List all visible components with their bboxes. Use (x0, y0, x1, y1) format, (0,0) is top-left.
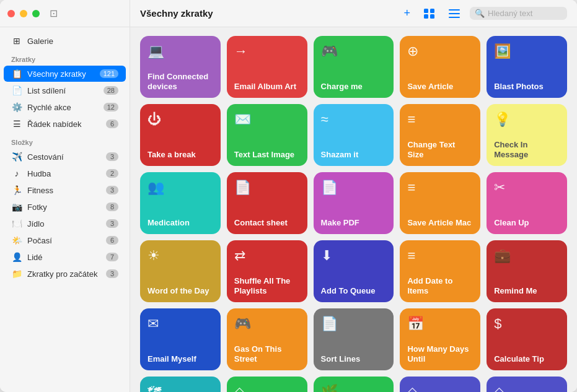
card-icon: ◇ (234, 384, 300, 392)
card-icon: ✉ (148, 316, 213, 332)
people-icon: 👤 (11, 252, 22, 262)
sidebar-people-label: Lidé (27, 253, 101, 262)
shortcut-card[interactable]: ⬇ Add To Queue (314, 240, 394, 302)
sidebar-photos-label: Fotky (27, 203, 101, 212)
card-icon: ◇ (407, 384, 473, 392)
card-icon: $ (494, 316, 560, 332)
minimize-button[interactable] (20, 10, 27, 17)
sidebar-item-starter[interactable]: 📁 Zkratky pro začátek 3 (4, 266, 126, 282)
quick-actions-badge: 12 (104, 103, 118, 111)
shortcut-card[interactable]: 🌿 Location to Mother (314, 377, 394, 392)
card-label: Charge me (321, 82, 387, 92)
sidebar: ⊡ ⊞ Galerie Zkratky 📋 Všechny zkratky 12… (0, 0, 130, 392)
starter-icon: 📁 (11, 269, 22, 279)
shortcut-card[interactable]: 💼 Remind Me (487, 240, 567, 302)
shortcut-card[interactable]: ≡ Add Date to Items (400, 240, 480, 302)
shortcut-card[interactable]: → Email Album Art (227, 36, 307, 98)
card-label: Medication (148, 218, 213, 228)
card-label: Take a break (148, 150, 213, 160)
card-icon: ✂ (494, 180, 560, 196)
shortcut-card[interactable]: ◇ Infinite Loop (400, 377, 480, 392)
sidebar-gallery-label: Galerie (27, 37, 118, 46)
shortcut-card[interactable]: ◇ Screenshots (227, 377, 307, 392)
sidebar-item-people[interactable]: 👤 Lidé 7 (4, 249, 126, 265)
sidebar-travel-label: Cestování (27, 152, 101, 162)
add-button[interactable]: + (400, 6, 414, 21)
shortcut-card[interactable]: ≡ Save Article Mac (400, 172, 480, 234)
search-input[interactable] (488, 9, 562, 18)
fitness-badge: 3 (106, 186, 118, 194)
card-label: Text Last Image (234, 150, 300, 160)
shortcut-card[interactable]: 🎮 Charge me (314, 36, 394, 98)
card-icon: 🎮 (321, 43, 387, 59)
sidebar-item-share-list[interactable]: 📄 List sdílení 28 (4, 82, 126, 98)
sidebar-item-travel[interactable]: ✈️ Cestování 3 (4, 149, 126, 165)
card-label: How Many Days Until (407, 344, 473, 365)
list-view-button[interactable] (445, 7, 464, 20)
shortcut-card[interactable]: 📅 How Many Days Until (400, 308, 480, 370)
card-label: Change Text Size (407, 140, 473, 160)
menu-bar-badge: 6 (106, 120, 118, 128)
card-icon: 🗺 (148, 384, 213, 392)
search-box[interactable]: 🔍 (470, 7, 567, 20)
shortcut-card[interactable]: ⇄ Shuffle All The Playlists (227, 240, 307, 302)
shortcut-card[interactable]: ✉ Email Myself (140, 308, 221, 370)
sidebar-item-all-shortcuts[interactable]: 📋 Všechny zkratky 121 (4, 66, 126, 82)
sidebar-item-music[interactable]: ♪ Hudba 2 (4, 165, 126, 181)
card-label: Check In Message (494, 140, 560, 160)
card-icon: ⇄ (234, 248, 300, 264)
titlebar: ⊡ (0, 0, 130, 27)
people-badge: 7 (106, 253, 118, 261)
sidebar-item-food[interactable]: 🍽️ Jídlo 3 (4, 216, 126, 232)
sidebar-music-label: Hudba (27, 169, 101, 178)
shortcut-card[interactable]: ✉️ Text Last Image (227, 104, 307, 166)
shortcut-card[interactable]: ✂ Clean Up (487, 172, 567, 234)
share-list-icon: 📄 (11, 85, 22, 95)
card-icon: 📅 (407, 316, 473, 332)
shortcut-card[interactable]: ⊕ Save Article (400, 36, 480, 98)
all-shortcuts-icon: 📋 (11, 69, 22, 79)
maximize-button[interactable] (32, 10, 40, 17)
shortcut-card[interactable]: ◇ Content Graph (487, 377, 567, 392)
card-icon: 💼 (494, 248, 560, 264)
sidebar-item-quick-actions[interactable]: ⚙️ Rychlé akce 12 (4, 99, 126, 115)
card-icon: 🌿 (321, 384, 387, 392)
sidebar-item-fitness[interactable]: 🏃 Fitness 3 (4, 182, 126, 198)
shortcut-card[interactable]: 📄 Sort Lines (314, 308, 394, 370)
card-icon: 💡 (494, 111, 560, 128)
grid-view-button[interactable] (420, 7, 439, 20)
close-button[interactable] (7, 10, 15, 17)
card-label: Save Article (407, 82, 473, 92)
shortcut-card[interactable]: 🗺 Place To Eat (140, 377, 221, 392)
shortcut-card[interactable]: $ Calculate Tip (487, 308, 567, 370)
card-label: Find Connected devices (148, 72, 213, 92)
shortcut-card[interactable]: 🎮 Gas On This Street (227, 308, 307, 370)
svg-rect-1 (430, 9, 434, 13)
music-badge: 2 (106, 169, 118, 178)
weather-badge: 6 (106, 236, 118, 245)
sidebar-toggle-button[interactable]: ⊡ (50, 7, 58, 19)
sidebar-item-menu-bar[interactable]: ☰ Řádek nabídek 6 (4, 116, 126, 132)
shortcut-card[interactable]: ≡ Change Text Size (400, 104, 480, 166)
shortcut-card[interactable]: ≈ Shazam it (314, 104, 394, 166)
card-icon: ◇ (494, 384, 560, 392)
photos-badge: 8 (106, 203, 118, 211)
card-label: Email Myself (148, 354, 213, 364)
shortcut-card[interactable]: 🖼️ Blast Photos (487, 36, 567, 98)
shortcut-card[interactable]: 💻 Find Connected devices (140, 36, 221, 98)
shortcut-card[interactable]: ⏻ Take a break (140, 104, 221, 166)
sidebar-item-weather[interactable]: 🌤️ Počasí 6 (4, 232, 126, 248)
shortcut-card[interactable]: 📄 Contact sheet (227, 172, 307, 234)
shortcut-card[interactable]: 💡 Check In Message (487, 104, 567, 166)
card-icon: 👥 (148, 180, 213, 196)
sidebar-starter-label: Zkratky pro začátek (27, 269, 101, 279)
svg-rect-3 (430, 14, 434, 19)
sidebar-item-gallery[interactable]: ⊞ Galerie (4, 33, 126, 49)
sidebar-share-list-label: List sdílení (27, 86, 99, 95)
shortcut-card[interactable]: 📄 Make PDF (314, 172, 394, 234)
card-label: Make PDF (321, 218, 387, 228)
shortcut-card[interactable]: ☀ Word of the Day (140, 240, 221, 302)
shortcut-card[interactable]: 👥 Medication (140, 172, 221, 234)
sidebar-item-photos[interactable]: 📷 Fotky 8 (4, 199, 126, 215)
shortcuts-grid: 💻 Find Connected devices → Email Album A… (130, 27, 577, 392)
